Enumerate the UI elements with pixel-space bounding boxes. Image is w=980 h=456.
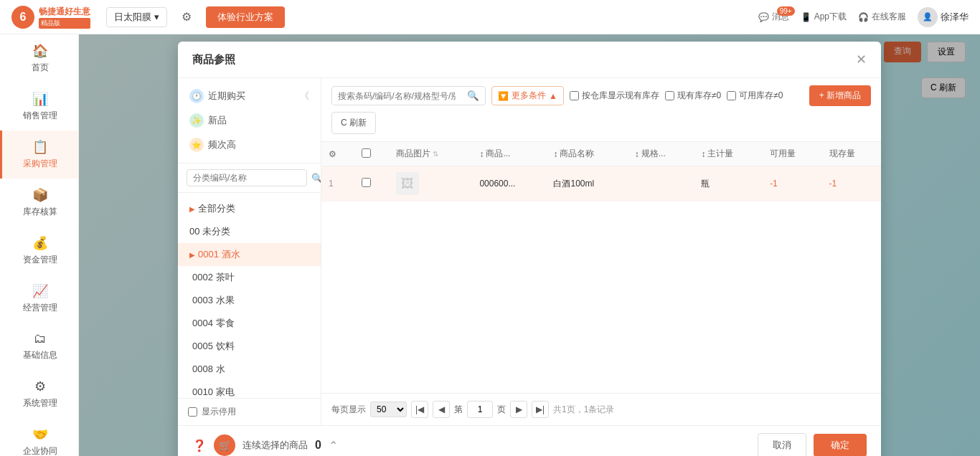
cancel-button[interactable]: 取消 (758, 433, 806, 456)
dialog-footer: ❓ 🛒 连续选择的商品 0 ⌃ 取消 确定 (178, 425, 881, 456)
sidebar-item-enterprise[interactable]: 🤝 企业协同 (0, 418, 78, 456)
dialog-title: 商品参照 (192, 53, 235, 67)
table-row[interactable]: 1 🖼 000600... 白酒100ml 瓶 (321, 166, 881, 201)
product-search-bar: 🔍 (331, 86, 486, 105)
sidebar-item-finance[interactable]: 💰 资金管理 (0, 227, 78, 275)
recent-icon: 🕐 (189, 89, 204, 103)
product-search-input[interactable] (332, 87, 461, 105)
category-item-water[interactable]: 0008 水 (178, 358, 321, 381)
prev-page-button[interactable]: ◀ (433, 401, 450, 418)
message-button[interactable]: 💬 消息 99+ (758, 11, 789, 23)
checkbox-available-nonzero[interactable]: 可用库存≠0 (727, 90, 783, 102)
new-product-item[interactable]: ✨ 新品 (178, 108, 321, 133)
settings-col-icon[interactable]: ⚙ (329, 149, 336, 159)
arrow-active-icon: ▶ (189, 251, 195, 259)
category-item-all[interactable]: ▶ 全部分类 (178, 197, 321, 220)
product-reference-dialog: 商品参照 ✕ 🕐 近期购买 《 ✨ (178, 42, 881, 456)
store-selector[interactable]: 日太阳膜 ▾ (106, 7, 167, 27)
select-all-checkbox[interactable] (362, 148, 371, 158)
sidebar-item-system[interactable]: ⚙ 系统管理 (0, 370, 78, 418)
settings-icon[interactable]: ⚙ (176, 6, 197, 28)
sidebar-item-operation[interactable]: 📈 经营管理 (0, 275, 78, 323)
row-checkbox[interactable] (362, 178, 371, 187)
first-page-button[interactable]: |◀ (411, 401, 428, 418)
collapse-footer-icon[interactable]: ⌃ (329, 439, 338, 452)
cell-checkbox[interactable] (354, 166, 390, 201)
category-item-none[interactable]: 00 未分类 (178, 220, 321, 243)
category-search-icon[interactable]: 🔍 (311, 173, 321, 184)
product-table-container: ⚙ 商品图片⇅ ↕商品... ↕商品名称 ↕规格... ↕主计量 可用量 现存 (321, 142, 881, 393)
category-search-input[interactable] (187, 169, 307, 186)
cell-image: 🖼 (389, 166, 472, 201)
user-menu[interactable]: 👤 徐泽华 (918, 7, 969, 27)
modal-overlay: 商品参照 ✕ 🕐 近期购买 《 ✨ (79, 34, 980, 456)
th-available: 可用量 (763, 142, 821, 166)
topbar: 6 畅捷通好生意 精品版 日太阳膜 ▾ ⚙ 体验行业方案 💬 消息 99+ 📱 … (0, 0, 980, 34)
main-content: 查询 设置 C 刷新 商品参照 ✕ (79, 34, 980, 456)
sort-arrow-icon4: ↕ (701, 149, 705, 159)
category-item-tea[interactable]: 0002 茶叶 (178, 266, 321, 289)
headset-icon: 🎧 (858, 12, 869, 22)
cart-icon[interactable]: 🛒 (214, 434, 235, 456)
page-size-select[interactable]: 50 100 200 (370, 402, 407, 417)
sidebar-item-sales[interactable]: 📊 销售管理 (0, 82, 78, 130)
product-search-button[interactable]: 🔍 (461, 87, 485, 105)
more-filter-button[interactable]: 🔽 更多条件 ▲ (491, 86, 564, 105)
dialog-toolbar: 🔍 🔽 更多条件 ▲ 按仓库显示现有库存 (321, 78, 881, 142)
chevron-up-icon: ▲ (549, 91, 557, 101)
available-nonzero-checkbox[interactable] (727, 91, 736, 100)
stock-nonzero-checkbox[interactable] (665, 91, 674, 100)
sort-icon: ⇅ (433, 150, 438, 158)
next-page-button[interactable]: ▶ (510, 401, 527, 418)
sales-icon: 📊 (32, 91, 48, 107)
th-settings[interactable]: ⚙ (321, 142, 354, 166)
finance-icon: 💰 (32, 235, 48, 251)
th-stock: 现存量 (822, 142, 881, 166)
th-image: 商品图片⇅ (389, 142, 472, 166)
warehouse-checkbox[interactable] (570, 91, 579, 100)
sidebar-item-basic[interactable]: 🗂 基础信息 (0, 323, 78, 370)
selected-count: 0 (315, 439, 321, 452)
topbar-right: 💬 消息 99+ 📱 App下载 🎧 在线客服 👤 徐泽华 (758, 7, 969, 27)
category-item-fruit[interactable]: 0003 水果 (178, 289, 321, 312)
th-name: ↕商品名称 (546, 142, 627, 166)
arrow-icon: ▶ (189, 205, 195, 213)
category-item-drink[interactable]: 0005 饮料 (178, 335, 321, 358)
sidebar-item-inventory[interactable]: 📦 库存核算 (0, 179, 78, 227)
message-badge: 99+ (777, 6, 795, 16)
show-disabled-checkbox[interactable] (188, 407, 197, 417)
collapse-icon[interactable]: 《 (300, 90, 309, 103)
checkbox-stock-nonzero[interactable]: 现有库存≠0 (665, 90, 721, 102)
checkbox-warehouse[interactable]: 按仓库显示现有库存 (570, 90, 659, 102)
pagination-bar: 每页显示 50 100 200 |◀ ◀ 第 页 ▶ (321, 393, 881, 425)
category-item-appliance[interactable]: 0010 家电 (178, 381, 321, 398)
sidebar-item-home[interactable]: 🏠 首页 (0, 34, 78, 82)
refresh-button[interactable]: C 刷新 (331, 112, 376, 134)
last-page-button[interactable]: ▶| (532, 401, 549, 418)
category-item-snack[interactable]: 0004 零食 (178, 312, 321, 335)
show-disabled-row[interactable]: 显示停用 (178, 398, 321, 425)
inventory-icon: 📦 (32, 187, 48, 203)
cell-available: -1 (763, 166, 821, 201)
dialog-body: 🕐 近期购买 《 ✨ 新品 ⭐ 频次高 (178, 78, 881, 425)
new-product-icon: ✨ (189, 113, 204, 128)
category-item-liquor[interactable]: ▶ 0001 酒水 (178, 243, 321, 266)
close-icon[interactable]: ✕ (856, 52, 867, 67)
trial-button[interactable]: 体验行业方案 (206, 6, 285, 28)
table-header-row: ⚙ 商品图片⇅ ↕商品... ↕商品名称 ↕规格... ↕主计量 可用量 现存 (321, 142, 881, 166)
product-table: ⚙ 商品图片⇅ ↕商品... ↕商品名称 ↕规格... ↕主计量 可用量 现存 (321, 142, 881, 201)
recent-purchase-item[interactable]: 🕐 近期购买 《 (178, 84, 321, 108)
left-panel: 🕐 近期购买 《 ✨ 新品 ⭐ 频次高 (178, 78, 321, 425)
frequent-item[interactable]: ⭐ 频次高 (178, 133, 321, 157)
cell-stock: -1 (822, 166, 881, 201)
chevron-down-icon: ▾ (154, 11, 159, 22)
add-product-button[interactable]: + 新增商品 (809, 85, 871, 106)
confirm-button[interactable]: 确定 (814, 434, 867, 456)
online-service-button[interactable]: 🎧 在线客服 (858, 11, 906, 23)
sidebar-item-purchase[interactable]: 📋 采购管理 (0, 130, 78, 179)
help-icon[interactable]: ❓ (192, 439, 207, 452)
cell-code: 000600... (472, 166, 546, 201)
app-download-button[interactable]: 📱 App下载 (801, 11, 847, 23)
sidebar: 🏠 首页 📊 销售管理 📋 采购管理 📦 库存核算 💰 资金管理 📈 经营管理 … (0, 34, 79, 456)
page-number-input[interactable] (467, 401, 493, 418)
